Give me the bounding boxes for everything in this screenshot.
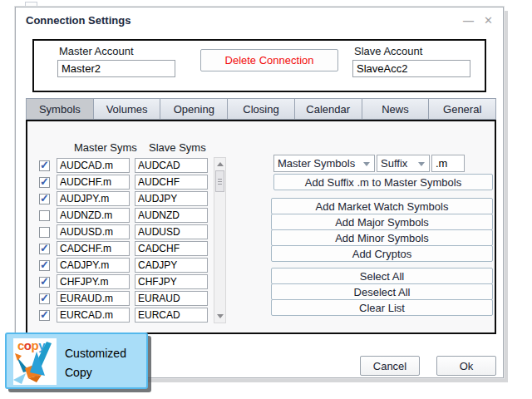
connection-settings-dialog: Connection Settings — ✕ Master Account D… (15, 7, 504, 378)
slave-sym-input[interactable] (135, 274, 208, 289)
symbol-checkbox[interactable] (39, 260, 50, 271)
tab-bar: SymbolsVolumesOpeningClosingCalendarNews… (26, 98, 496, 120)
symbol-row (39, 240, 214, 257)
master-sym-input[interactable] (57, 241, 130, 256)
tab-opening[interactable]: Opening (160, 98, 228, 120)
copy-logo: copy (13, 338, 57, 385)
symbols-panel: Master Syms Slave Syms Master Symbols Su… (26, 120, 496, 334)
screen: Connection Settings — ✕ Master Account D… (0, 0, 532, 399)
symbol-checkbox[interactable] (39, 227, 50, 238)
slave-sym-input[interactable] (135, 191, 208, 206)
slave-sym-input[interactable] (135, 158, 208, 173)
logo-letter: y (38, 338, 45, 352)
master-sym-input[interactable] (57, 158, 130, 173)
master-sym-input[interactable] (57, 175, 130, 190)
symbol-checkbox[interactable] (39, 293, 50, 304)
symbol-list (39, 157, 214, 323)
master-syms-header: Master Syms (74, 141, 137, 154)
tab-volumes[interactable]: Volumes (94, 98, 161, 120)
scrollbar-thumb[interactable] (215, 170, 224, 192)
symbol-row (39, 190, 214, 207)
suffix-input[interactable] (431, 155, 465, 172)
master-sym-input[interactable] (57, 224, 130, 239)
master-sym-input[interactable] (57, 308, 130, 323)
slave-sym-input[interactable] (135, 224, 208, 239)
symbol-checkbox[interactable] (39, 177, 50, 188)
symbol-row (39, 207, 214, 224)
tab-closing[interactable]: Closing (228, 98, 295, 120)
branding-caption-line2: Copy (65, 363, 126, 382)
master-sym-input[interactable] (57, 191, 130, 206)
slave-sym-input[interactable] (135, 258, 208, 273)
slave-sym-input[interactable] (135, 308, 208, 323)
add-market-watch-symbols-button[interactable]: Add Market Watch Symbols (271, 198, 493, 214)
logo-letter: c (17, 338, 24, 352)
cancel-button[interactable]: Cancel (360, 356, 420, 376)
slave-sym-input[interactable] (135, 208, 208, 223)
branding-caption: Customized Copy (65, 344, 126, 382)
minimize-icon[interactable]: — (463, 15, 473, 26)
list-action-button-group: Select AllDeselect AllClear List (271, 268, 493, 316)
add-cryptos-button[interactable]: Add Cryptos (271, 245, 493, 262)
branding-card: copy Customized Copy (5, 332, 148, 389)
branding-caption-line1: Customized (65, 344, 126, 363)
symbol-checkbox[interactable] (39, 244, 50, 254)
symbol-row (39, 290, 214, 307)
master-account-label: Master Account (59, 45, 134, 57)
suffix-mode-value: Suffix (381, 157, 407, 170)
tab-news[interactable]: News (362, 98, 430, 120)
master-sym-input[interactable] (57, 274, 130, 289)
symbol-row (39, 224, 214, 240)
symbol-checkbox[interactable] (39, 210, 50, 221)
master-account-input[interactable] (57, 60, 175, 77)
symbol-checkbox[interactable] (39, 277, 50, 288)
symbol-row (39, 273, 214, 290)
ok-button[interactable]: Ok (436, 356, 496, 376)
symbol-row (39, 174, 214, 190)
scroll-down-icon[interactable] (217, 314, 224, 318)
title-bar: Connection Settings — ✕ (16, 7, 503, 32)
slave-sym-input[interactable] (135, 175, 208, 190)
chevron-down-icon (363, 162, 370, 166)
close-icon[interactable]: ✕ (484, 15, 493, 26)
add-minor-symbols-button[interactable]: Add Minor Symbols (271, 229, 493, 246)
tab-general[interactable]: General (429, 98, 496, 120)
logo-letter: p (32, 338, 39, 352)
slave-account-label: Slave Account (354, 45, 422, 57)
account-group: Master Account Delete Connection Slave A… (32, 39, 486, 92)
add-major-symbols-button[interactable]: Add Major Symbols (271, 214, 493, 230)
master-sym-input[interactable] (57, 208, 130, 223)
scroll-up-icon[interactable] (217, 162, 224, 166)
slave-sym-input[interactable] (135, 291, 208, 306)
add-suffix-button[interactable]: Add Suffix .m to Master Symbols (273, 174, 493, 190)
master-sym-input[interactable] (57, 291, 130, 306)
window-title: Connection Settings (26, 14, 131, 27)
clear-list-button[interactable]: Clear List (271, 299, 493, 316)
symbol-list-scrollbar[interactable] (214, 157, 226, 323)
slave-account-input[interactable] (352, 60, 470, 77)
symbol-row (39, 257, 214, 273)
copy-wordmark: copy (17, 338, 45, 353)
tab-calendar[interactable]: Calendar (295, 98, 362, 120)
add-symbols-button-group: Add Market Watch SymbolsAdd Major Symbol… (271, 198, 493, 262)
symbol-row (39, 157, 214, 174)
symbol-checkbox[interactable] (39, 160, 50, 171)
window-controls: — ✕ (463, 7, 493, 32)
chevron-down-icon (418, 162, 425, 166)
symbol-checkbox[interactable] (39, 194, 50, 204)
logo-letter: o (24, 338, 32, 352)
tab-symbols[interactable]: Symbols (26, 98, 94, 120)
symbol-row (39, 307, 214, 323)
suffix-mode-select[interactable]: Suffix (377, 155, 430, 172)
symbol-checkbox[interactable] (39, 310, 50, 321)
target-symbols-value: Master Symbols (278, 157, 355, 170)
target-symbols-select[interactable]: Master Symbols (273, 155, 375, 172)
slave-syms-header: Slave Syms (149, 141, 206, 154)
delete-connection-button[interactable]: Delete Connection (200, 49, 338, 71)
select-all-button[interactable]: Select All (271, 268, 493, 284)
master-sym-input[interactable] (57, 258, 130, 273)
deselect-all-button[interactable]: Deselect All (271, 283, 493, 300)
slave-sym-input[interactable] (135, 241, 208, 256)
